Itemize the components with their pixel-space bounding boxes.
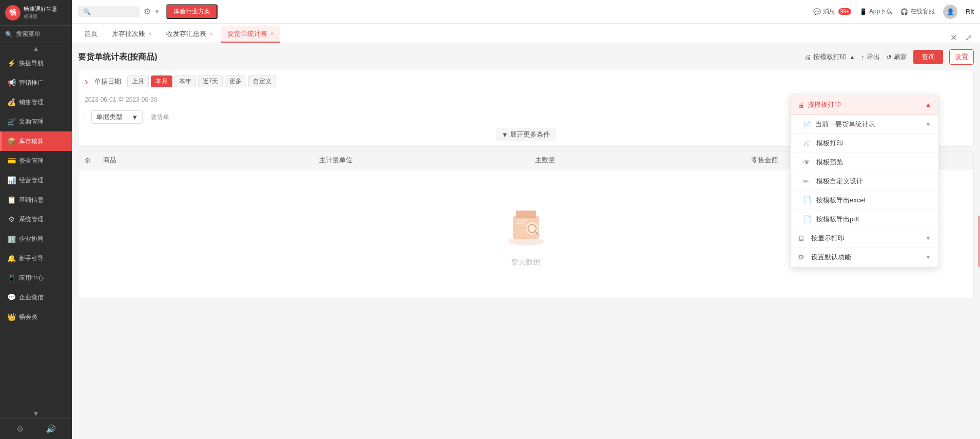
- trial-btn[interactable]: 体验行业方案: [166, 4, 218, 19]
- refresh-label: 刷新: [894, 52, 907, 62]
- filter-collapse-icon[interactable]: ›: [85, 75, 88, 87]
- print-btn[interactable]: 🖨 按模板打印 ▲: [805, 52, 855, 62]
- sidebar-item-quick-nav[interactable]: ⚡ 快捷导航: [0, 53, 72, 73]
- current-expand-icon: ▼: [925, 121, 931, 128]
- filter-current-year[interactable]: 本年: [174, 75, 196, 87]
- filter-more[interactable]: 更多: [225, 75, 246, 87]
- dropdown-export-excel[interactable]: 📄 按模板导出excel: [791, 191, 938, 210]
- tab-collect-summary[interactable]: 收发存汇总表 ×: [160, 26, 219, 43]
- sidebar-item-label: 企业协同: [19, 235, 44, 243]
- refresh-icon: ↺: [886, 53, 892, 61]
- tab-order-stats-label: 要货单统计表: [227, 29, 267, 39]
- tab-close-btn[interactable]: ✕: [948, 33, 959, 43]
- app-download-btn[interactable]: 📱 App下载: [859, 7, 892, 16]
- sidebar-item-wechat[interactable]: 💬 企业微信: [0, 288, 72, 307]
- tab-collect-summary-close[interactable]: ×: [209, 30, 213, 37]
- sidebar-item-label: 畅会员: [19, 313, 37, 321]
- basic-icon: 📋: [7, 195, 16, 204]
- sidebar-item-appstore[interactable]: 📱 应用中心: [0, 268, 72, 288]
- export-btn[interactable]: ↑ 导出: [861, 52, 880, 62]
- filter-prev-month[interactable]: 上月: [127, 75, 149, 87]
- tab-order-stats[interactable]: 要货单统计表 ×: [221, 26, 280, 43]
- sidebar-item-sales[interactable]: 💰 销售管理: [0, 92, 72, 112]
- scroll-indicator[interactable]: [978, 216, 980, 267]
- system-icon: ⚙: [7, 215, 16, 224]
- refresh-btn[interactable]: ↺ 刷新: [886, 52, 907, 62]
- tab-batch-account[interactable]: 库存批次账 ×: [106, 26, 158, 43]
- dropdown-collapse-icon[interactable]: ▲: [925, 101, 931, 108]
- message-label: 消息: [823, 7, 835, 16]
- topbar-dropdown-icon[interactable]: ▼: [154, 8, 160, 15]
- footer-audio-icon[interactable]: 🔊: [46, 424, 56, 434]
- filter-current-month[interactable]: 本月: [151, 75, 172, 87]
- settings-btn[interactable]: 设置: [949, 49, 974, 65]
- export-pdf-icon: 📄: [803, 215, 812, 223]
- sidebar-item-basic[interactable]: 📋 基础信息: [0, 190, 72, 209]
- dropdown-template-print[interactable]: 🖨 模板打印: [791, 134, 938, 153]
- sidebar-item-purchase[interactable]: 🛒 采购管理: [0, 112, 72, 131]
- topbar: 🔍 ⚙ ▼ 体验行业方案 💬 消息 99+ 📱 App下载 🎧 在线客服 👤: [72, 0, 980, 24]
- inventory-icon: 📦: [7, 137, 16, 146]
- filter-last-7-days[interactable]: 近7天: [198, 75, 223, 87]
- footer-settings-icon[interactable]: ⚙: [16, 424, 24, 434]
- sidebar-scroll-down[interactable]: ▼: [0, 408, 72, 418]
- tab-order-stats-close[interactable]: ×: [270, 30, 274, 37]
- query-btn[interactable]: 查询: [913, 50, 943, 64]
- current-template-icon: 📄: [803, 121, 811, 128]
- newbie-icon: 🔔: [7, 254, 16, 263]
- doc-type-select[interactable]: 单据类型 ▼: [91, 110, 143, 124]
- sidebar-scroll-up[interactable]: ▲: [0, 43, 72, 53]
- dropdown-template-design[interactable]: ✏ 模板自定义设计: [791, 172, 938, 191]
- print-dropdown-icon[interactable]: ▲: [850, 54, 855, 60]
- sidebar-item-inventory[interactable]: 📦 库存核算: [0, 131, 72, 151]
- template-design-label: 模板自定义设计: [816, 177, 863, 186]
- expand-more-btn[interactable]: ▼ 展开更多条件: [496, 128, 557, 141]
- date-filter-label: 单据日期: [94, 77, 121, 86]
- wechat-icon: 💬: [7, 293, 16, 302]
- svg-rect-6: [517, 220, 527, 221]
- appstore-icon: 📱: [7, 273, 16, 282]
- expand-icon: ▼: [502, 131, 508, 139]
- sidebar-item-newbie[interactable]: 🔔 新手引导: [0, 249, 72, 268]
- sidebar-item-finance[interactable]: 💳 资金管理: [0, 151, 72, 170]
- sidebar-item-label: 经营管理: [19, 176, 44, 185]
- sidebar-item-operation[interactable]: 📊 经营管理: [0, 170, 72, 190]
- template-print-icon: 🖨: [803, 139, 812, 147]
- customer-service-btn[interactable]: 🎧 在线客服: [900, 7, 935, 16]
- tab-controls: ✕ ⤢: [948, 33, 974, 43]
- table-col-settings[interactable]: ⚙: [85, 157, 103, 164]
- topbar-search[interactable]: 🔍: [78, 6, 140, 17]
- sidebar-item-system[interactable]: ⚙ 系统管理: [0, 209, 72, 229]
- tab-batch-account-close[interactable]: ×: [148, 30, 152, 37]
- page-actions: 🖨 按模板打印 ▲ ↑ 导出 ↺ 刷新 查询 设置: [805, 49, 974, 65]
- doc-type-label: 单据类型: [96, 112, 123, 122]
- sidebar-item-enterprise[interactable]: 🏢 企业协同: [0, 229, 72, 249]
- dropdown-export-pdf[interactable]: 📄 按模板导出pdf: [791, 210, 938, 229]
- settings-gear-icon[interactable]: ⚙: [144, 7, 151, 16]
- customer-service-label: 在线客服: [910, 7, 935, 16]
- sidebar-item-member[interactable]: 👑 畅会员: [0, 307, 72, 327]
- tab-maximize-btn[interactable]: ⤢: [963, 33, 974, 43]
- message-icon: 💬: [813, 8, 821, 15]
- sidebar-item-label: 企业微信: [19, 293, 44, 302]
- dropdown-header: 🖨 按模板打印 ▲: [791, 95, 938, 115]
- topbar-left: 🔍 ⚙ ▼ 体验行业方案: [78, 4, 813, 19]
- sidebar-logo: 畅 畅康通好生意 标准版: [0, 0, 72, 26]
- topbar-right: 💬 消息 99+ 📱 App下载 🎧 在线客服 👤 Rit: [813, 5, 974, 19]
- dropdown-default-function[interactable]: ⚙ 设置默认功能 ▼: [791, 248, 938, 267]
- sidebar-item-marketing[interactable]: 📢 营销推广: [0, 73, 72, 92]
- sidebar-search[interactable]: 🔍 搜索菜单: [0, 26, 72, 43]
- user-avatar[interactable]: 👤: [943, 5, 957, 19]
- empty-text: 暂无数据: [512, 258, 540, 267]
- app-logo-title: 畅康通好生意: [24, 5, 57, 13]
- message-btn[interactable]: 💬 消息 99+: [813, 7, 851, 16]
- dropdown-template-preview[interactable]: 👁 模板预览: [791, 153, 938, 172]
- dropdown-title: 按模板打印: [808, 100, 841, 109]
- filter-custom[interactable]: 自定义: [248, 75, 276, 87]
- dropdown-display-print[interactable]: 🖥 按显示打印 ▼: [791, 229, 938, 248]
- tabbar: 首页 库存批次账 × 收发存汇总表 × 要货单统计表 × ✕ ⤢: [72, 24, 980, 43]
- page-content: 要货单统计表(按商品) 🖨 按模板打印 ▲ ↑ 导出 ↺ 刷新 查询 设置: [72, 43, 980, 439]
- username-label: Rit: [966, 8, 974, 15]
- tab-home[interactable]: 首页: [78, 26, 104, 43]
- sidebar-item-label: 营销推广: [19, 79, 44, 87]
